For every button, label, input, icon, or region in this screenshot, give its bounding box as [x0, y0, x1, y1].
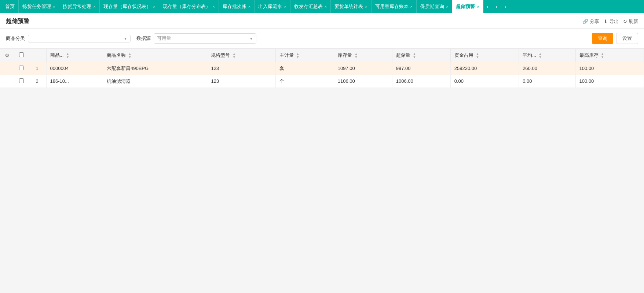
- nav-tab-overstock-alert[interactable]: 超储预警 ×: [452, 0, 483, 13]
- col-inventory[interactable]: 库存量 ▲▼: [334, 49, 392, 62]
- row-over-stock: 997.00: [392, 62, 450, 75]
- nav-tab-inventory-dist[interactable]: 现存量（库存分布表） ×: [159, 0, 219, 13]
- refresh-icon: ↻: [623, 19, 627, 24]
- row-checkbox[interactable]: [15, 75, 28, 88]
- nav-tab-jc-task[interactable]: 拣货任务管理 ×: [19, 0, 59, 13]
- col-spec[interactable]: 规格型号 ▲▼: [207, 49, 275, 62]
- nav-tab-order-stats[interactable]: 要货单统计表 ×: [331, 0, 371, 13]
- refresh-button[interactable]: ↻ 刷新: [623, 18, 638, 25]
- sort-icon: ▲▼: [601, 52, 604, 59]
- close-icon[interactable]: ×: [477, 4, 479, 9]
- close-icon[interactable]: ×: [53, 4, 55, 9]
- row-sku-code: 0000004: [46, 62, 103, 75]
- filter-area: 商品分类 ▼ 数据源 可用量 ▼ 查询 设置: [0, 29, 644, 49]
- chevron-down-icon: ▼: [249, 37, 253, 41]
- col-avg[interactable]: 平均... ▲▼: [519, 49, 575, 62]
- page-header: 超储预警 🔗 分享 ⬇ 导出 ↻ 刷新: [0, 13, 644, 29]
- nav-tab-in-out-flow[interactable]: 出入库流水 ×: [255, 0, 290, 13]
- col-checkbox: [15, 49, 28, 62]
- row-max-stock: 100.00: [575, 62, 644, 75]
- col-max-stock[interactable]: 最高库存 ▲▼: [575, 49, 644, 62]
- query-button[interactable]: 查询: [592, 33, 613, 44]
- row-inventory: 1097.00: [334, 62, 392, 75]
- sort-icon: ▲▼: [539, 52, 542, 59]
- close-icon[interactable]: ×: [325, 4, 327, 9]
- sort-icon: ▲▼: [476, 52, 479, 59]
- row-select-checkbox[interactable]: [19, 78, 24, 83]
- sort-icon: ▲▼: [66, 52, 69, 59]
- close-icon[interactable]: ×: [93, 4, 95, 9]
- table-header-row: ⚙ 商品... ▲▼ 商品名称 ▲▼ 规格型号 ▲▼: [0, 49, 644, 62]
- col-sku-code[interactable]: 商品... ▲▼: [46, 49, 103, 62]
- close-icon[interactable]: ×: [410, 4, 413, 9]
- row-index: 1: [28, 62, 46, 75]
- nav-tab-inventory-status[interactable]: 现存量（库存状况表） ×: [100, 0, 159, 13]
- row-capital: 259220.00: [450, 62, 519, 75]
- export-button[interactable]: ⬇ 导出: [604, 18, 619, 25]
- select-all-checkbox[interactable]: [19, 52, 24, 57]
- row-sku-name: 机油滤清器: [103, 75, 207, 88]
- settings-button[interactable]: 设置: [616, 33, 638, 44]
- close-icon[interactable]: ×: [284, 4, 286, 9]
- gear-icon[interactable]: ⚙: [5, 52, 10, 58]
- table-container: ⚙ 商品... ▲▼ 商品名称 ▲▼ 规格型号 ▲▼: [0, 49, 644, 88]
- col-capital[interactable]: 资金占用 ▲▼: [450, 49, 519, 62]
- col-unit[interactable]: 主计量 ▲▼: [275, 49, 334, 62]
- category-filter-group: 商品分类 ▼: [6, 35, 131, 42]
- nav-next-button[interactable]: ›: [492, 0, 501, 13]
- nav-tab-receipt-summary[interactable]: 收发存汇总表 ×: [290, 0, 331, 13]
- row-inventory: 1106.00: [334, 75, 392, 88]
- row-settings: [0, 75, 15, 88]
- nav-tab-jc-abnormal[interactable]: 拣货异常处理 ×: [59, 0, 99, 13]
- row-settings: [0, 62, 15, 75]
- share-icon: 🔗: [582, 19, 588, 24]
- row-sku-name: 六配套新昌490BPG: [103, 62, 207, 75]
- datasource-filter-group: 数据源 可用量 ▼: [136, 33, 256, 44]
- close-icon[interactable]: ×: [153, 4, 155, 9]
- datasource-select[interactable]: 可用量 ▼: [154, 33, 256, 44]
- nav-tab-quality-check[interactable]: 保质期查询 ×: [417, 0, 452, 13]
- close-icon[interactable]: ×: [212, 4, 215, 9]
- close-icon[interactable]: ×: [446, 4, 448, 9]
- table-row: 1 0000004 六配套新昌490BPG 123 套 1097.00 997.…: [0, 62, 644, 75]
- sort-icon: ▲▼: [354, 52, 358, 59]
- row-unit: 个: [275, 75, 334, 88]
- sort-icon: ▲▼: [296, 52, 299, 59]
- category-label: 商品分类: [6, 35, 25, 42]
- row-avg: 0.00: [519, 75, 575, 88]
- sort-icon: ▲▼: [233, 52, 236, 59]
- row-max-stock: 100.00: [575, 75, 644, 88]
- row-spec: 123: [207, 75, 275, 88]
- top-nav: 首页 拣货任务管理 × 拣货异常处理 × 现存量（库存状况表） × 现存量（库存…: [0, 0, 644, 13]
- nav-tab-home[interactable]: 首页: [1, 0, 19, 13]
- sort-icon: ▲▼: [128, 52, 132, 59]
- datasource-select-value: 可用量: [157, 35, 171, 42]
- col-sku-name[interactable]: 商品名称 ▲▼: [103, 49, 207, 62]
- nav-more-button[interactable]: ›: [501, 0, 510, 13]
- row-select-checkbox[interactable]: [19, 66, 24, 70]
- filter-buttons: 查询 设置: [592, 33, 638, 44]
- share-button[interactable]: 🔗 分享: [582, 18, 599, 25]
- data-table: ⚙ 商品... ▲▼ 商品名称 ▲▼ 规格型号 ▲▼: [0, 49, 644, 88]
- col-over-stock[interactable]: 超储量 ▲▼: [392, 49, 450, 62]
- nav-prev-button[interactable]: ‹: [483, 0, 492, 13]
- col-settings: ⚙: [0, 49, 15, 62]
- export-icon: ⬇: [604, 19, 608, 24]
- close-icon[interactable]: ×: [248, 4, 250, 9]
- header-actions: 🔗 分享 ⬇ 导出 ↻ 刷新: [582, 18, 638, 25]
- row-spec: 123: [207, 62, 275, 75]
- category-select[interactable]: ▼: [28, 35, 131, 42]
- row-unit: 套: [275, 62, 334, 75]
- row-sku-code: 186-10...: [46, 75, 103, 88]
- row-capital: 0.00: [450, 75, 519, 88]
- datasource-label: 数据源: [136, 35, 151, 42]
- chevron-down-icon: ▼: [124, 37, 127, 41]
- close-icon[interactable]: ×: [365, 4, 367, 9]
- nav-tab-batch-account[interactable]: 库存批次账 ×: [219, 0, 255, 13]
- row-checkbox[interactable]: [15, 62, 28, 75]
- nav-tab-avail-account[interactable]: 可用量库存账本 ×: [372, 0, 417, 13]
- table-row: 2 186-10... 机油滤清器 123 个 1106.00 1006.00 …: [0, 75, 644, 88]
- page-title: 超储预警: [6, 18, 29, 25]
- row-avg: 260.00: [519, 62, 575, 75]
- sort-icon: ▲▼: [413, 52, 416, 59]
